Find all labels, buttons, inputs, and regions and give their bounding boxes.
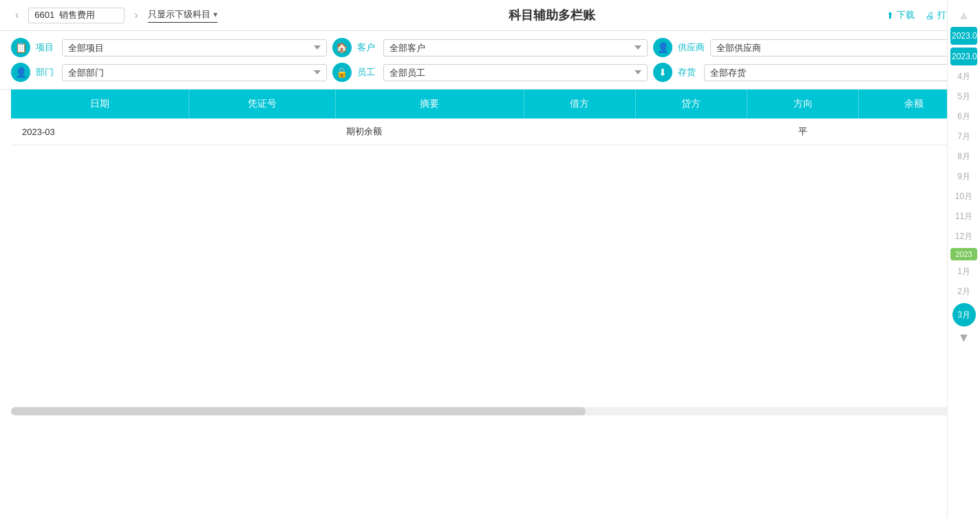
side-month-2[interactable]: 2月 [948, 282, 980, 302]
account-code-area [28, 8, 125, 23]
side-month-1[interactable]: 1月 [948, 262, 980, 282]
col-debit: 借方 [524, 90, 635, 118]
download-icon: ⬆ [886, 10, 894, 21]
print-icon: 🖨 [926, 10, 935, 21]
customer-select[interactable]: 全部客户 [383, 39, 648, 56]
supplier-select[interactable]: 全部供应商 [710, 39, 969, 56]
side-down-arrow[interactable]: ▼ [955, 328, 973, 348]
cell-debit [524, 118, 635, 145]
side-month-9[interactable]: 9月 [948, 167, 980, 187]
side-up-arrow[interactable]: ▲ [955, 6, 973, 25]
side-month-12[interactable]: 12月 [948, 227, 980, 247]
ledger-table: 日期 凭证号 摘要 借方 贷方 方向 余额 2023-03 期初余额 平 [11, 90, 969, 145]
col-summary: 摘要 [335, 90, 524, 118]
col-voucher: 凭证号 [189, 90, 335, 118]
side-month-8[interactable]: 8月 [948, 147, 980, 167]
col-date: 日期 [11, 90, 189, 118]
filter-supplier: 👤 供应商 全部供应商 [653, 38, 969, 57]
filter-employee: 🔒 员工 全部员工 [332, 63, 648, 82]
employee-label: 员工 [357, 66, 378, 79]
scrollbar-thumb [11, 407, 586, 415]
department-icon: 👤 [11, 63, 30, 82]
main-window: ‹ › 只显示下级科目 ▾ 科目辅助多栏账 ⬆ 下载 🖨 打印 × 📋 项目 [0, 0, 980, 518]
inventory-select[interactable]: 全部存货 [704, 64, 969, 81]
customer-icon: 🏠 [332, 38, 352, 57]
cell-credit [635, 118, 747, 145]
side-month-3[interactable]: 3月 [952, 303, 976, 327]
filter-customer: 🏠 客户 全部客户 [332, 38, 648, 57]
filter-inventory: ⬇ 存货 全部存货 [653, 63, 969, 82]
col-credit: 贷方 [635, 90, 747, 118]
cell-summary: 期初余额 [335, 118, 524, 145]
side-month-5[interactable]: 5月 [948, 87, 980, 107]
download-btn[interactable]: ⬆ 下载 [886, 9, 915, 21]
side-period-1[interactable]: 2023.03 [950, 27, 977, 45]
header-actions: ⬆ 下载 🖨 打印 [886, 9, 955, 21]
side-panel: ▲ 2023.03 2023.03 4月 5月 6月 7月 8月 9月 10月 … [947, 0, 980, 518]
show-sub-label: 只显示下级科目 [148, 8, 211, 21]
horizontal-scrollbar[interactable] [11, 407, 969, 415]
side-month-7[interactable]: 7月 [948, 127, 980, 147]
account-code-input[interactable] [28, 8, 125, 23]
table-wrapper: 日期 凭证号 摘要 借方 贷方 方向 余额 2023-03 期初余额 平 [11, 90, 969, 145]
next-account-btn[interactable]: › [130, 8, 142, 23]
filters-area: 📋 项目 全部项目 🏠 客户 全部客户 👤 供应商 全部供应商 👤 部门 全 [0, 31, 980, 90]
inventory-label: 存货 [678, 66, 699, 79]
customer-label: 客户 [357, 41, 378, 54]
employee-select[interactable]: 全部员工 [383, 64, 648, 81]
project-label: 项目 [36, 41, 56, 54]
header: ‹ › 只显示下级科目 ▾ 科目辅助多栏账 ⬆ 下载 🖨 打印 × [0, 0, 980, 31]
supplier-label: 供应商 [678, 41, 705, 54]
cell-date: 2023-03 [11, 118, 189, 145]
project-icon: 📋 [11, 38, 30, 57]
side-period-2[interactable]: 2023.03 [950, 48, 977, 65]
employee-icon: 🔒 [332, 63, 352, 82]
page-title: 科目辅助多栏账 [217, 7, 887, 23]
table-header-row: 日期 凭证号 摘要 借方 贷方 方向 余额 [11, 90, 969, 118]
department-label: 部门 [36, 66, 56, 79]
project-select[interactable]: 全部项目 [62, 39, 327, 56]
download-label: 下载 [897, 9, 915, 21]
prev-account-btn[interactable]: ‹ [11, 8, 23, 23]
side-month-10[interactable]: 10月 [948, 187, 980, 207]
filter-project: 📋 项目 全部项目 [11, 38, 327, 57]
show-sub-filter[interactable]: 只显示下级科目 ▾ [148, 8, 217, 23]
supplier-icon: 👤 [653, 38, 672, 57]
side-year-2023[interactable]: 2023 [950, 248, 977, 260]
inventory-icon: ⬇ [653, 63, 672, 82]
col-direction: 方向 [747, 90, 858, 118]
filter-department: 👤 部门 全部部门 [11, 63, 327, 82]
department-select[interactable]: 全部部门 [62, 64, 327, 81]
side-month-11[interactable]: 11月 [948, 207, 980, 227]
side-month-4[interactable]: 4月 [948, 67, 980, 87]
side-month-6[interactable]: 6月 [948, 107, 980, 127]
cell-voucher [189, 118, 335, 145]
table-row: 2023-03 期初余额 平 [11, 118, 969, 145]
cell-direction: 平 [747, 118, 858, 145]
